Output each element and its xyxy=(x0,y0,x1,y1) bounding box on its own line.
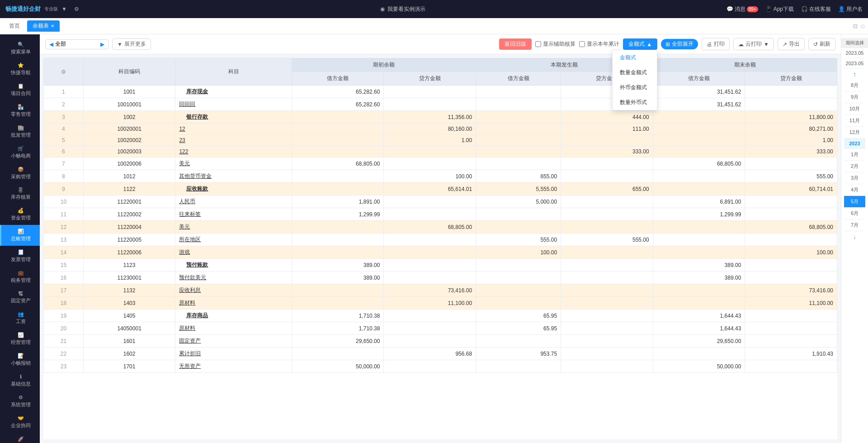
dropdown-item-foreign-amount[interactable]: 外币金额式 xyxy=(613,80,657,95)
period-item-14[interactable]: 6月 xyxy=(844,208,866,219)
forward-arrow-icon[interactable]: ▶ xyxy=(100,41,104,48)
sidebar-item-guide[interactable]: 🚀 新手引导 xyxy=(0,433,40,443)
period-item-12[interactable]: 4月 xyxy=(844,184,866,196)
row-subject[interactable]: 银行存款 xyxy=(175,111,292,124)
table-settings-icon[interactable]: ⚙ xyxy=(61,69,66,75)
sidebar-item-retail[interactable]: 🏪 零售管理 xyxy=(0,100,40,121)
period-item-13[interactable]: 5月 xyxy=(844,196,866,208)
sidebar-item-inventory[interactable]: 🗄 库存核算 xyxy=(0,184,40,204)
back-arrow-icon[interactable]: ◀ xyxy=(49,41,53,48)
tab-home-label: 首页 xyxy=(9,22,20,30)
tab-home[interactable]: 首页 xyxy=(4,20,25,32)
period-item-15[interactable]: 7月 xyxy=(844,219,866,231)
sidebar-item-purchase[interactable]: 📦 采购管理 xyxy=(0,163,40,184)
row-subject[interactable]: 累计折旧 xyxy=(175,348,292,360)
row-subject[interactable]: 其他货币资金 xyxy=(175,170,292,183)
dropdown-item-qty-foreign[interactable]: 数量外币式 xyxy=(613,95,657,110)
dropdown-item-amount[interactable]: 金额式 xyxy=(613,50,657,65)
settings-icon[interactable]: ⚙ xyxy=(74,6,79,12)
sidebar-item-invoice[interactable]: 🧾 发票管理 xyxy=(0,246,40,267)
period-item-1[interactable]: 2023.05 xyxy=(844,58,866,69)
period-item-0[interactable]: 2023.05 xyxy=(844,48,866,58)
period-item-10[interactable]: 2月 xyxy=(844,161,866,172)
show-ytd-checkbox[interactable]: 显示本年累计 xyxy=(579,40,619,48)
table-row: 21 1601 固定资产 29,650.00 29,650.00 xyxy=(44,335,837,348)
row-subject[interactable]: 库存现金 xyxy=(175,86,292,98)
ytd-checkbox-input[interactable] xyxy=(579,41,585,47)
user-avatar[interactable]: 👤 用户名 xyxy=(838,5,863,13)
row-subject[interactable]: 预付账款 xyxy=(175,259,292,272)
row-subject[interactable]: 应收账款 xyxy=(175,183,292,195)
row-subject[interactable]: 人民币 xyxy=(175,195,292,208)
period-item-5[interactable]: 10月 xyxy=(844,103,866,115)
period-item-2[interactable]: ↑ xyxy=(844,69,866,80)
demo-text[interactable]: 我要看实例演示 xyxy=(387,5,425,13)
row-subject[interactable]: 所在地区 xyxy=(175,233,292,246)
tab-balance[interactable]: 余额表 ✕ xyxy=(27,20,60,32)
row-subject[interactable]: 122 xyxy=(175,146,292,157)
expand-all-btn[interactable]: ⊞ 全部展开 xyxy=(661,39,698,49)
online-service-btn[interactable]: 🎧 在线客服 xyxy=(801,5,831,13)
search-input[interactable] xyxy=(55,41,100,48)
row-subject[interactable]: 预付款美元 xyxy=(175,272,292,284)
back-old-btn[interactable]: 返回旧版 xyxy=(499,38,532,50)
row-subject[interactable]: 美元 xyxy=(175,157,292,170)
row-subject[interactable]: 12 xyxy=(175,124,292,135)
sidebar-item-payroll[interactable]: 👥 工资 xyxy=(0,308,40,329)
sidebar-item-ledger[interactable]: 📊 总账管理 xyxy=(0,225,40,246)
expand-more-btn[interactable]: ▼ 展开更多 xyxy=(112,38,151,50)
period-item-11[interactable]: 3月 xyxy=(844,172,866,184)
search-box[interactable]: ◀ ▶ xyxy=(45,39,108,49)
message-btn[interactable]: 💬 消息 99+ xyxy=(726,5,758,13)
row-subject[interactable]: 应收利息 xyxy=(175,284,292,297)
row-subject[interactable]: 固定资产 xyxy=(175,335,292,348)
win-max-btn[interactable]: □ xyxy=(861,23,864,29)
dropdown-item-qty-amount[interactable]: 数量金额式 xyxy=(613,65,657,80)
sidebar-item-search[interactable]: 🔍 搜索菜单 xyxy=(0,38,40,59)
period-item-9[interactable]: 1月 xyxy=(844,149,866,161)
sidebar-item-funds[interactable]: 💰 资金管理 xyxy=(0,204,40,225)
sidebar-item-tax[interactable]: 💼 税务管理 xyxy=(0,267,40,287)
refresh-btn[interactable]: ↺ 刷新 xyxy=(808,38,835,50)
period-item-8[interactable]: 2023 xyxy=(844,138,866,149)
row-subject[interactable]: 美元 xyxy=(175,221,292,233)
export-btn[interactable]: ↗ 导出 xyxy=(778,38,805,50)
sidebar-item-expense[interactable]: 📝 小畅报销 xyxy=(0,349,40,370)
sidebar-item-collab[interactable]: 🤝 企业协同 xyxy=(0,412,40,433)
row-subject[interactable]: 回回回 xyxy=(175,98,292,111)
row-op-credit: 80,160.00 xyxy=(384,124,476,135)
period-item-6[interactable]: 11月 xyxy=(844,115,866,127)
sidebar: 🔍 搜索菜单 ⭐ 快捷导航 📋 项目合同 🏪 零售管理 🏬 批发管理 🛒 小畅电… xyxy=(0,34,40,443)
row-subject[interactable]: 往来标签 xyxy=(175,208,292,221)
show-helper-checkbox[interactable]: 显示辅助核算 xyxy=(535,40,576,48)
row-subject[interactable]: 无形资产 xyxy=(175,360,292,373)
row-cl-debit: 1,299.99 xyxy=(653,208,745,221)
row-subject[interactable]: 原材料 xyxy=(175,322,292,335)
tab-close-btn[interactable]: ✕ xyxy=(51,24,54,29)
sidebar-item-nav[interactable]: ⭐ 快捷导航 xyxy=(0,59,40,80)
sidebar-item-ecom[interactable]: 🛒 小畅电商 xyxy=(0,142,40,163)
settings-col-header[interactable]: ⚙ xyxy=(44,58,84,86)
dropdown-icon[interactable]: ▼ xyxy=(61,6,67,12)
sidebar-item-project[interactable]: 📋 项目合同 xyxy=(0,80,40,100)
sidebar-item-assets[interactable]: 🏗 固定资产 xyxy=(0,287,40,308)
helper-checkbox-input[interactable] xyxy=(535,41,541,47)
period-item-4[interactable]: 9月 xyxy=(844,91,866,103)
period-item-16[interactable]: ↓ xyxy=(844,231,866,242)
app-download-btn[interactable]: 📱 App下载 xyxy=(765,5,794,13)
sidebar-item-ops[interactable]: 📈 经营管理 xyxy=(0,329,40,349)
row-subject[interactable]: 库存商品 xyxy=(175,310,292,322)
period-item-7[interactable]: 12月 xyxy=(844,127,866,138)
print-btn[interactable]: 🖨 打印 xyxy=(702,38,730,50)
amount-mode-btn[interactable]: 金额式 ▲ xyxy=(623,38,657,50)
sidebar-item-wholesale[interactable]: 🏬 批发管理 xyxy=(0,121,40,142)
row-subject[interactable]: 23 xyxy=(175,135,292,146)
row-op-credit: 11,356.00 xyxy=(384,111,476,124)
row-subject[interactable]: 游戏 xyxy=(175,246,292,259)
sidebar-item-basic[interactable]: ℹ 基础信息 xyxy=(0,370,40,391)
cloud-print-btn[interactable]: ☁ 云打印 ▼ xyxy=(733,38,774,50)
row-subject[interactable]: 原材料 xyxy=(175,297,292,310)
sidebar-item-system[interactable]: ⚙ 系统管理 xyxy=(0,391,40,412)
win-restore-btn[interactable]: ⊡ xyxy=(853,23,858,29)
period-item-3[interactable]: 8月 xyxy=(844,80,866,91)
